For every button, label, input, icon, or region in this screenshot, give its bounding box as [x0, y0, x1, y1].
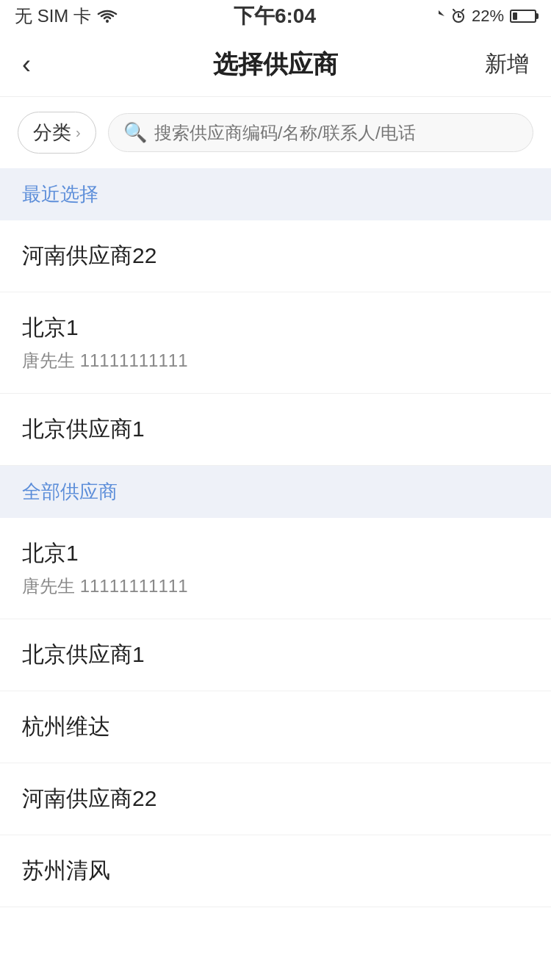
item-name: 北京1 — [22, 313, 529, 343]
list-item[interactable]: 河南供应商22 — [0, 763, 551, 835]
item-name: 苏州清风 — [22, 856, 529, 886]
category-label: 分类 — [33, 120, 71, 145]
svg-line-5 — [462, 10, 464, 11]
search-icon: 🔍 — [123, 121, 147, 144]
list-item[interactable]: 杭州维达 — [0, 691, 551, 763]
add-button[interactable]: 新增 — [485, 49, 529, 79]
all-list: 北京1唐先生 11111111111北京供应商1杭州维达河南供应商22苏州清风 — [0, 518, 551, 907]
status-time: 下午6:04 — [234, 2, 316, 30]
search-box[interactable]: 🔍 — [108, 113, 533, 152]
recent-section-header: 最近选择 — [0, 168, 551, 220]
battery-percent: 22% — [472, 7, 504, 26]
item-name: 北京1 — [22, 538, 529, 569]
list-item[interactable]: 河南供应商22 — [0, 220, 551, 292]
list-item[interactable]: 北京1唐先生 11111111111 — [0, 518, 551, 619]
item-name: 杭州维达 — [22, 712, 529, 742]
status-left: 无 SIM 卡 — [15, 4, 118, 28]
item-name: 北京供应商1 — [22, 640, 529, 670]
status-bar: 无 SIM 卡 下午6:04 22% — [0, 0, 551, 32]
page-title: 选择供应商 — [213, 48, 338, 82]
list-item[interactable]: 北京供应商1 — [0, 394, 551, 466]
alarm-icon — [451, 9, 466, 24]
item-name: 北京供应商1 — [22, 414, 529, 444]
item-name: 河南供应商22 — [22, 784, 529, 814]
list-item[interactable]: 苏州清风 — [0, 835, 551, 907]
list-item[interactable]: 北京供应商1 — [0, 619, 551, 691]
item-detail: 唐先生 11111111111 — [22, 349, 529, 372]
back-button[interactable]: ‹ — [22, 49, 66, 80]
no-sim-label: 无 SIM 卡 — [15, 4, 91, 28]
recent-list: 河南供应商22北京1唐先生 11111111111北京供应商1 — [0, 220, 551, 466]
item-detail: 唐先生 11111111111 — [22, 574, 529, 598]
status-right: 22% — [432, 7, 536, 26]
location-icon — [432, 10, 445, 23]
battery-icon — [510, 10, 536, 23]
search-input[interactable] — [154, 123, 518, 143]
category-filter[interactable]: 分类 › — [18, 112, 96, 154]
list-item[interactable]: 北京1唐先生 11111111111 — [0, 292, 551, 394]
svg-line-4 — [453, 10, 455, 11]
svg-point-0 — [106, 20, 109, 23]
wifi-icon — [97, 9, 118, 24]
item-name: 河南供应商22 — [22, 241, 529, 271]
filter-bar: 分类 › 🔍 — [0, 97, 551, 168]
nav-bar: ‹ 选择供应商 新增 — [0, 32, 551, 97]
all-section-header: 全部供应商 — [0, 466, 551, 518]
chevron-right-icon: › — [76, 124, 81, 141]
